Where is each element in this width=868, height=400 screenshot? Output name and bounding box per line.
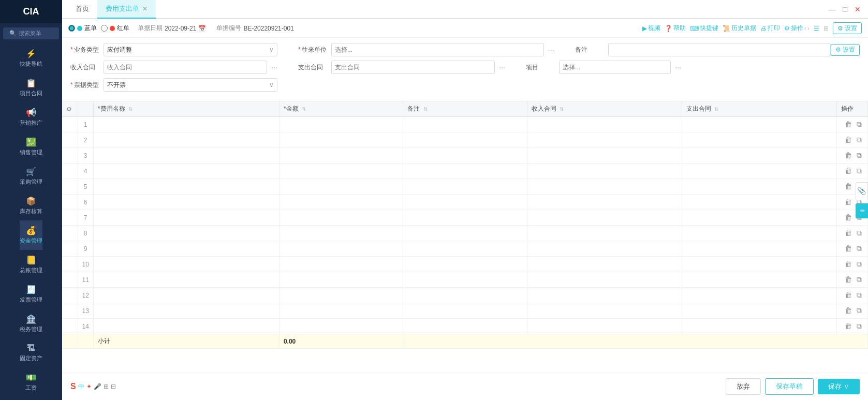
red-radio[interactable] — [101, 25, 108, 32]
row-amount-11[interactable] — [279, 272, 403, 288]
row-delete-5[interactable]: 🗑 — [843, 181, 854, 191]
sidebar-item-tax[interactable]: 🏦税务管理 — [20, 309, 42, 338]
row-name-5[interactable] — [93, 179, 279, 195]
row-copy-4[interactable]: ⧉ — [855, 166, 863, 176]
row-amount-10[interactable] — [279, 257, 403, 272]
row-check-3[interactable] — [62, 148, 78, 164]
blue-radio-label[interactable]: 蓝单 — [68, 24, 97, 33]
row-check-10[interactable] — [62, 257, 78, 272]
th-expense-sort[interactable]: ⇅ — [714, 106, 718, 112]
row-income-12[interactable] — [527, 288, 682, 303]
income-contract-input[interactable] — [104, 61, 267, 74]
row-income-9[interactable] — [527, 241, 682, 257]
row-amount-6[interactable] — [279, 195, 403, 210]
row-note-9[interactable] — [403, 241, 527, 257]
expense-contract-more[interactable]: ··· — [499, 63, 505, 71]
row-income-5[interactable] — [527, 179, 682, 195]
row-income-14[interactable] — [527, 319, 682, 334]
sidebar-item-marketing[interactable]: 📢营销推广 — [20, 102, 42, 132]
save-button[interactable]: 保存 ∨ — [818, 379, 860, 394]
sidebar-item-operations[interactable]: 📊经营管理 — [20, 397, 42, 400]
row-note-1[interactable] — [403, 117, 527, 132]
row-check-9[interactable] — [62, 241, 78, 257]
row-expense-1[interactable] — [682, 117, 836, 132]
blue-radio[interactable] — [68, 25, 75, 32]
biz-type-select[interactable]: 应付调整 ∨ — [104, 43, 277, 56]
row-delete-10[interactable]: 🗑 — [843, 259, 854, 269]
nav-next-icon[interactable]: › — [807, 25, 810, 32]
sidebar-item-quick-nav[interactable]: ⚡快捷导航 — [20, 43, 42, 73]
row-expense-13[interactable] — [682, 303, 836, 319]
row-expense-6[interactable] — [682, 195, 836, 210]
row-copy-14[interactable]: ⧉ — [855, 321, 863, 332]
row-name-4[interactable] — [93, 164, 279, 179]
sidebar-item-invoice[interactable]: 🧾发票管理 — [20, 279, 42, 309]
row-check-8[interactable] — [62, 226, 78, 241]
restore-btn[interactable]: □ — [841, 5, 849, 13]
row-check-5[interactable] — [62, 179, 78, 195]
partner-input[interactable] — [331, 43, 544, 56]
row-expense-5[interactable] — [682, 179, 836, 195]
th-amount-sort[interactable]: ⇅ — [302, 106, 306, 112]
save-draft-button[interactable]: 保存草稿 — [765, 378, 814, 395]
row-note-6[interactable] — [403, 195, 527, 210]
row-name-2[interactable] — [93, 132, 279, 148]
row-copy-8[interactable]: ⧉ — [855, 228, 863, 239]
row-expense-10[interactable] — [682, 257, 836, 272]
row-delete-1[interactable]: 🗑 — [843, 119, 854, 129]
row-expense-12[interactable] — [682, 288, 836, 303]
row-amount-7[interactable] — [279, 210, 403, 226]
row-note-2[interactable] — [403, 132, 527, 148]
row-note-13[interactable] — [403, 303, 527, 319]
tab-expense[interactable]: 费用支出单✕ — [97, 0, 156, 19]
row-note-4[interactable] — [403, 164, 527, 179]
row-expense-7[interactable] — [682, 210, 836, 226]
th-income-sort[interactable]: ⇅ — [560, 106, 564, 112]
row-name-1[interactable] — [93, 117, 279, 132]
row-amount-4[interactable] — [279, 164, 403, 179]
row-check-2[interactable] — [62, 132, 78, 148]
row-amount-12[interactable] — [279, 288, 403, 303]
nav-prev-icon[interactable]: ‹ — [804, 25, 806, 32]
row-amount-2[interactable] — [279, 132, 403, 148]
row-copy-3[interactable]: ⧉ — [855, 150, 863, 161]
operation-btn[interactable]: ⚙ 操作 ‹ › — [784, 24, 810, 33]
row-delete-11[interactable]: 🗑 — [843, 274, 854, 285]
row-note-12[interactable] — [403, 288, 527, 303]
row-delete-2[interactable]: 🗑 — [843, 135, 854, 145]
tab-home[interactable]: 首页 — [67, 0, 97, 19]
red-radio-label[interactable]: 红单 — [101, 24, 129, 33]
row-income-2[interactable] — [527, 132, 682, 148]
minimize-btn[interactable]: — — [827, 5, 838, 13]
row-name-8[interactable] — [93, 226, 279, 241]
row-delete-7[interactable]: 🗑 — [843, 212, 854, 223]
row-expense-11[interactable] — [682, 272, 836, 288]
row-income-7[interactable] — [527, 210, 682, 226]
row-income-11[interactable] — [527, 272, 682, 288]
row-copy-12[interactable]: ⧉ — [855, 290, 863, 301]
row-check-12[interactable] — [62, 288, 78, 303]
sidebar-search[interactable]: 🔍 搜索菜单 — [3, 27, 59, 39]
row-delete-12[interactable]: 🗑 — [843, 290, 854, 300]
layout-icon-list[interactable]: ☰ — [814, 25, 819, 32]
print-btn[interactable]: 🖨 打印 — [760, 24, 780, 33]
row-name-11[interactable] — [93, 272, 279, 288]
row-delete-13[interactable]: 🗑 — [843, 305, 854, 316]
row-note-14[interactable] — [403, 319, 527, 334]
row-income-13[interactable] — [527, 303, 682, 319]
row-check-7[interactable] — [62, 210, 78, 226]
sidebar-item-inventory[interactable]: 📦库存核算 — [20, 191, 42, 220]
row-name-10[interactable] — [93, 257, 279, 272]
row-note-5[interactable] — [403, 179, 527, 195]
sidebar-item-project-contract[interactable]: 📋项目合同 — [20, 73, 42, 102]
row-income-1[interactable] — [527, 117, 682, 132]
video-btn[interactable]: ▶ 视频 — [642, 24, 660, 33]
discard-button[interactable]: 放弃 — [726, 378, 761, 395]
sidebar-item-assets[interactable]: 🏗固定资产 — [20, 338, 42, 367]
row-amount-14[interactable] — [279, 319, 403, 334]
row-delete-3[interactable]: 🗑 — [843, 150, 854, 160]
row-copy-1[interactable]: ⧉ — [855, 119, 863, 130]
row-check-11[interactable] — [62, 272, 78, 288]
row-delete-4[interactable]: 🗑 — [843, 166, 854, 176]
row-check-14[interactable] — [62, 319, 78, 334]
